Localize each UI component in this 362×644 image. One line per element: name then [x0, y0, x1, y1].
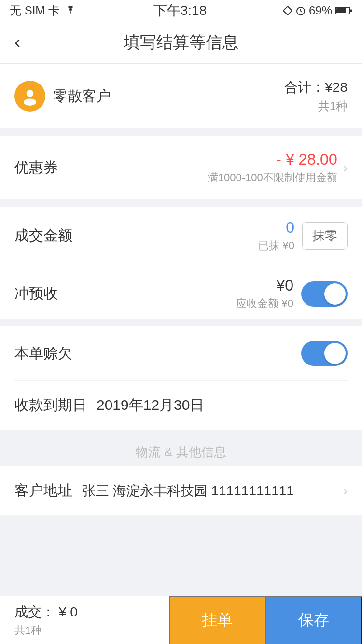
bottom-summary-amount: 成交： ¥ 0 [14, 603, 154, 621]
receivable-row: 冲预收 ¥0 应收金额 ¥0 [14, 265, 348, 319]
round-button[interactable]: 抹零 [302, 222, 348, 250]
status-time: 下午3:18 [153, 1, 207, 20]
address-chevron-icon: › [343, 483, 348, 499]
battery-percent: 69% [309, 4, 332, 17]
debt-toggle[interactable] [301, 341, 348, 366]
debt-label: 本单赊欠 [14, 344, 72, 364]
debt-row: 本单赊欠 [0, 326, 362, 380]
hang-button[interactable]: 挂单 [169, 596, 265, 644]
amount-label: 成交金额 [14, 226, 72, 246]
receivable-label: 冲预收 [14, 284, 58, 304]
logistics-label: 物流 & 其他信息 [136, 444, 226, 461]
svg-point-7 [24, 98, 36, 106]
receivable-sub-value: 应收金额 ¥0 [236, 296, 293, 311]
transaction-amount-row: 成交金额 0 已抹 ¥0 抹零 [14, 207, 348, 265]
receivable-value-wrap: ¥0 应收金额 ¥0 [236, 277, 293, 311]
status-bar: 无 SIM 卡 下午3:18 69% [0, 0, 362, 21]
location-icon [283, 6, 292, 15]
wifi-icon [64, 6, 77, 15]
customer-name: 零散客户 [53, 86, 111, 106]
coupon-desc: 满1000-100不限制使用金额 [208, 170, 337, 185]
receivable-main-value: ¥0 [236, 277, 293, 294]
person-icon [20, 86, 40, 106]
address-label: 客户地址 [14, 481, 72, 501]
address-value: 张三 海淀永丰科技园 11111111111 [82, 482, 343, 500]
svg-rect-4 [336, 8, 346, 13]
coupon-chevron-icon: › [343, 160, 348, 176]
coupon-value: - ¥ 28.00 满1000-100不限制使用金额 [208, 151, 337, 185]
receivable-toggle[interactable] [301, 281, 348, 307]
nav-bar: ‹ 填写结算等信息 [0, 21, 362, 64]
amount-value-wrap: 0 已抹 ¥0 [258, 219, 294, 253]
transaction-section: 成交金额 0 已抹 ¥0 抹零 冲预收 ¥0 应收金额 ¥0 [0, 207, 362, 319]
svg-line-2 [301, 11, 302, 12]
total-amount: 合计：¥28 [284, 78, 348, 97]
debt-section: 本单赊欠 收款到期日 2019年12月30日 [0, 326, 362, 430]
sim-status: 无 SIM 卡 [10, 3, 60, 18]
total-count: 共1种 [284, 98, 348, 114]
due-date-row: 收款到期日 2019年12月30日 [0, 381, 362, 430]
coupon-right: - ¥ 28.00 满1000-100不限制使用金额 › [208, 151, 348, 185]
address-row[interactable]: 客户地址 张三 海淀永丰科技园 11111111111 › [0, 466, 362, 515]
bottom-bar: 成交： ¥ 0 共1种 挂单 保存 [0, 596, 362, 644]
due-date-label: 收款到期日 [14, 395, 87, 415]
alarm-icon [295, 5, 306, 16]
status-left: 无 SIM 卡 [10, 3, 77, 18]
customer-right: 合计：¥28 共1种 [284, 78, 348, 114]
address-section: 客户地址 张三 海淀永丰科技园 11111111111 › [0, 466, 362, 515]
receivable-right: ¥0 应收金额 ¥0 [236, 277, 348, 311]
svg-rect-5 [350, 9, 352, 12]
coupon-row[interactable]: 优惠券 - ¥ 28.00 满1000-100不限制使用金额 › [0, 136, 362, 199]
bottom-summary-count: 共1种 [14, 623, 154, 638]
coupon-label: 优惠券 [14, 158, 58, 178]
coupon-discount: - ¥ 28.00 [208, 151, 337, 168]
battery-icon [335, 6, 352, 15]
amount-right: 0 已抹 ¥0 抹零 [258, 219, 348, 253]
amount-value: 0 [258, 219, 294, 237]
back-button[interactable]: ‹ [14, 32, 20, 53]
debt-toggle-knob [324, 343, 346, 364]
due-date-value: 2019年12月30日 [97, 395, 204, 415]
customer-section: 零散客户 合计：¥28 共1种 [0, 64, 362, 128]
customer-row: 零散客户 合计：¥28 共1种 [0, 64, 362, 128]
avatar [14, 81, 45, 112]
amount-sub: 已抹 ¥0 [258, 238, 294, 253]
customer-left: 零散客户 [14, 81, 111, 112]
save-button[interactable]: 保存 [265, 596, 362, 644]
bottom-summary: 成交： ¥ 0 共1种 [0, 603, 169, 638]
svg-point-6 [27, 90, 34, 97]
coupon-section: 优惠券 - ¥ 28.00 满1000-100不限制使用金额 › [0, 136, 362, 199]
toggle-knob [324, 283, 346, 305]
page-title: 填写结算等信息 [124, 31, 238, 54]
status-right: 69% [283, 4, 352, 17]
logistics-separator: 物流 & 其他信息 [0, 437, 362, 466]
